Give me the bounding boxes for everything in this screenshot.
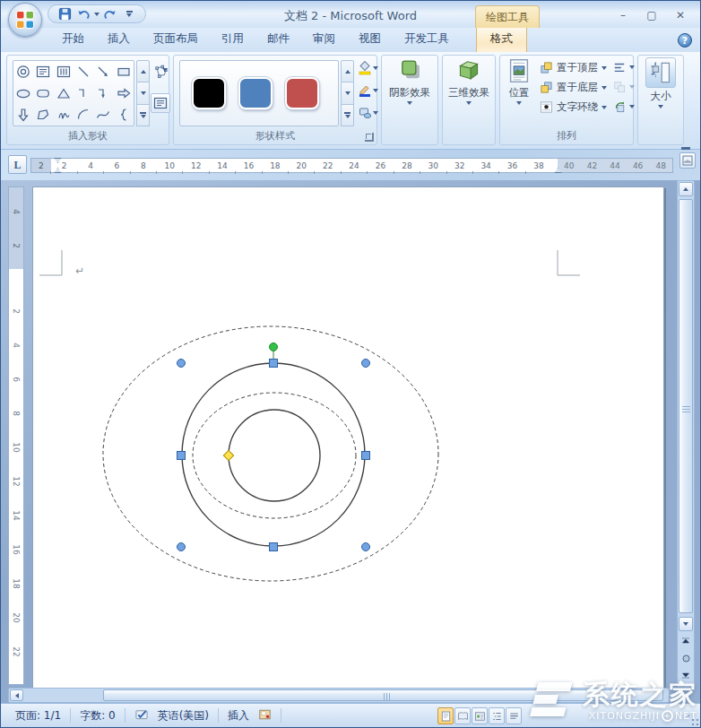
3d-effects-button[interactable]: 三维效果 <box>443 57 495 105</box>
shape-right-arrow[interactable] <box>114 82 134 104</box>
page-indicator[interactable]: 页面: 1/1 <box>15 708 61 724</box>
shape-down-arrow[interactable] <box>13 104 33 126</box>
tab-selector-button[interactable]: L <box>8 155 27 174</box>
ribbon-tab[interactable]: 开始 <box>50 27 96 52</box>
gallery-scroll-down-button[interactable] <box>136 82 150 104</box>
shape-fill-caret-icon[interactable] <box>373 66 378 70</box>
close-button[interactable]: ✕ <box>671 9 689 22</box>
resize-handle-right[interactable] <box>362 452 370 460</box>
ribbon-tab[interactable]: 页面布局 <box>142 27 210 52</box>
up-arrow-icon <box>141 70 146 74</box>
vertical-scrollbar-thumb[interactable] <box>679 199 693 613</box>
shape-donut[interactable] <box>13 61 33 82</box>
shape-line[interactable] <box>74 61 93 82</box>
ribbon-tab[interactable]: 视图 <box>347 27 393 52</box>
ribbon-tab-format-active[interactable]: 格式 <box>476 26 527 52</box>
maximize-button[interactable]: ▢ <box>643 9 661 22</box>
align-button[interactable] <box>613 61 635 74</box>
scroll-left-button[interactable] <box>10 689 23 701</box>
resize-handle-top-right[interactable] <box>362 360 370 368</box>
style-scroll-down-button[interactable] <box>341 82 354 104</box>
ruler-page-segment: 2468101214161820222426283032343638 <box>51 159 558 172</box>
resize-handle-top[interactable] <box>270 360 278 368</box>
send-to-back-button[interactable]: 置于底层 <box>540 81 607 94</box>
shape-vertical-text-box[interactable] <box>54 61 74 82</box>
vertical-scrollbar[interactable] <box>677 180 695 688</box>
shadow-effects-button[interactable]: 阴影效果 <box>382 57 437 105</box>
previous-page-button[interactable] <box>679 635 693 649</box>
select-browse-object-button[interactable] <box>679 651 693 665</box>
ribbon-tab[interactable]: 审阅 <box>301 27 347 52</box>
ribbon-tab[interactable]: 邮件 <box>255 27 301 52</box>
rotation-handle[interactable] <box>270 343 278 351</box>
change-shape-button[interactable] <box>357 105 373 121</box>
style-swatch-blue[interactable] <box>238 77 273 109</box>
edit-shape-caret-icon[interactable] <box>162 68 168 72</box>
resize-handle-bottom-right[interactable] <box>362 543 370 551</box>
shape-rectangle[interactable] <box>114 61 134 82</box>
shape-left-brace[interactable] <box>114 104 134 126</box>
shape-elbow-arrow-connector[interactable] <box>93 82 113 104</box>
draft-view-button[interactable] <box>506 707 522 724</box>
shape-outline-button[interactable] <box>357 82 373 99</box>
print-layout-view-button[interactable] <box>437 707 454 724</box>
shape-outline-caret-icon[interactable] <box>373 89 378 92</box>
insert-mode-indicator[interactable]: 插入 <box>228 708 249 724</box>
edit-shape-button[interactable] <box>152 63 170 81</box>
shape-elbow-connector[interactable] <box>74 82 93 104</box>
shape-arrow[interactable] <box>93 61 113 82</box>
web-layout-view-button[interactable] <box>472 707 488 724</box>
selected-donut-inner-circle[interactable] <box>229 410 320 501</box>
shape-arc[interactable] <box>74 104 93 126</box>
ribbon-tab[interactable]: 插入 <box>96 27 142 52</box>
shape-freeform[interactable] <box>33 104 53 126</box>
shape-fill-button[interactable] <box>357 60 373 76</box>
macro-record-button[interactable] <box>258 708 272 724</box>
resize-handle-bottom-left[interactable] <box>177 543 186 551</box>
ruler-number: 32 <box>446 161 472 170</box>
shape-curve[interactable] <box>93 104 113 126</box>
gallery-more-button[interactable] <box>136 105 150 126</box>
document-page[interactable]: ↵ <box>32 186 664 691</box>
minimize-button[interactable]: – <box>614 9 632 22</box>
language-indicator[interactable]: 英语(美国) <box>158 708 209 724</box>
office-button[interactable] <box>8 3 42 37</box>
shape-rounded-rectangle[interactable] <box>33 82 53 104</box>
gallery-scroll-up-button[interactable] <box>136 60 150 82</box>
text-box-button[interactable] <box>151 93 170 113</box>
vertical-ruler[interactable]: 42 246810121416182022 <box>8 186 24 685</box>
rotate-button[interactable] <box>613 100 635 113</box>
shape-styles-dialog-launcher[interactable] <box>365 133 374 142</box>
shape-oval[interactable] <box>13 82 33 104</box>
style-more-button[interactable] <box>341 105 354 126</box>
scroll-up-button[interactable] <box>679 182 693 196</box>
style-scroll-up-button[interactable] <box>341 60 354 82</box>
ruler-toggle-button[interactable] <box>679 152 696 169</box>
ribbon-tab[interactable]: 引用 <box>210 27 255 52</box>
split-handle[interactable] <box>681 147 690 150</box>
help-button[interactable]: ? <box>678 33 692 48</box>
position-button[interactable]: 位置 <box>500 57 538 105</box>
scroll-down-button[interactable] <box>679 617 693 631</box>
full-screen-reading-view-button[interactable] <box>454 707 471 724</box>
shape-triangle[interactable] <box>54 82 74 104</box>
style-swatch-red[interactable] <box>285 77 319 109</box>
outline-view-button[interactable] <box>489 707 505 724</box>
adjust-handle-diamond[interactable] <box>223 450 233 460</box>
resize-handle-top-left[interactable] <box>177 360 186 368</box>
group-objects-button[interactable] <box>613 81 635 93</box>
change-shape-caret-icon[interactable] <box>373 111 378 115</box>
shape-horizontal-text-box[interactable] <box>33 61 53 82</box>
size-button[interactable]: 大小 <box>638 57 683 108</box>
style-swatch-black[interactable] <box>192 77 226 109</box>
shape-scribble[interactable] <box>54 104 74 126</box>
dashed-middle-ellipse[interactable] <box>193 393 356 518</box>
resize-handle-left[interactable] <box>177 452 186 460</box>
text-wrapping-button[interactable]: 文字环绕 <box>540 100 607 114</box>
horizontal-ruler[interactable]: 2 2468101214161820222426283032343638 404… <box>30 158 673 173</box>
bring-to-front-button[interactable]: 置于顶层 <box>540 61 607 74</box>
spellcheck-status-button[interactable] <box>134 707 149 724</box>
word-count[interactable]: 字数: 0 <box>80 708 116 724</box>
resize-handle-bottom[interactable] <box>270 543 278 551</box>
ribbon-tab[interactable]: 开发工具 <box>393 27 461 52</box>
